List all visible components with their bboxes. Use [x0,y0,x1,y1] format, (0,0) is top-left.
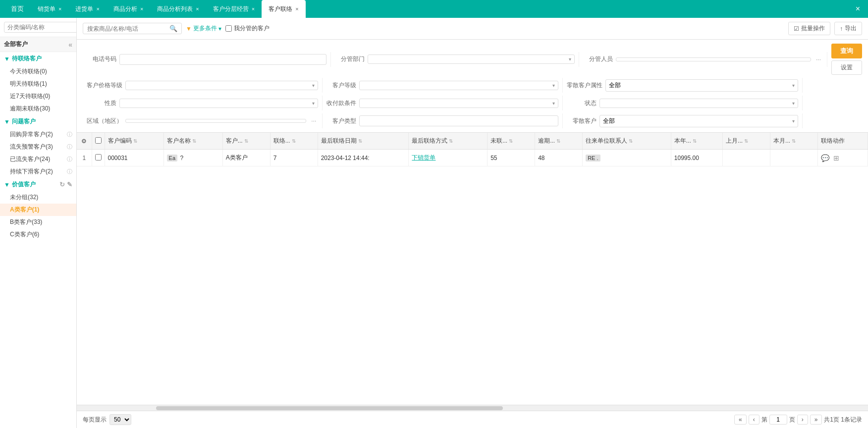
row-no-contact-cell: 55 [488,150,535,166]
nav-item-product-analysis[interactable]: 商品分析 × [107,0,150,18]
sidebar-item-week-pending[interactable]: 近7天待联络(0) [0,90,76,103]
sidebar-group-pending[interactable]: ▼ 待联络客户 [0,52,76,65]
scrollbar-thumb[interactable] [156,406,503,410]
chat-icon[interactable]: 💬 [821,154,829,162]
prev-page-btn[interactable]: ‹ [749,415,760,425]
sidebar-item-b-class[interactable]: B类客户(33) [0,216,76,228]
filter-search-input[interactable] [87,25,169,32]
close-customer-segment-tab[interactable]: × [252,6,255,12]
select-all-checkbox[interactable] [95,137,102,144]
no-contact-days-value: 55 [490,155,497,161]
phone-label: 电话号码 [87,55,116,63]
nav-item-sale[interactable]: 销货单 × [31,0,68,18]
phone-input[interactable] [119,54,326,65]
export-btn[interactable]: ↑ 导出 [834,22,862,35]
status-label: 状态 [567,99,597,107]
query-button[interactable]: 查询 [831,44,862,58]
person-dots-btn[interactable]: ··· [814,56,823,63]
last-method-sort-icon[interactable]: ⇅ [449,138,453,144]
value-group-edit-icon[interactable]: ✎ [67,181,72,188]
th-this-month-label: 本月... [773,137,790,145]
region-dots-btn[interactable]: ··· [309,117,318,124]
th-no-contact: 未联... ⇅ [488,133,535,150]
sidebar-item-unclassified[interactable]: 未分组(32) [0,191,76,204]
contact-count-sort-icon[interactable]: ⇅ [292,138,296,144]
my-customers-checkbox[interactable]: 我分管的客户 [225,24,270,33]
contact-person-sort-icon[interactable]: ⇅ [629,138,633,144]
sidebar-item-churned[interactable]: 已流失客户(24) ⓘ [0,153,76,165]
sidebar-group-problem[interactable]: ▼ 问题客户 [0,115,76,128]
no-contact-sort-icon[interactable]: ⇅ [509,138,513,144]
this-year-sort-icon[interactable]: ⇅ [693,138,697,144]
filter-cell-region: 区域（地区） ··· [83,113,323,128]
name-sort-icon[interactable]: ⇅ [192,138,196,144]
sidebar-item-c-class[interactable]: C类客户(6) [0,228,76,241]
sidebar-item-repurchase-abnormal[interactable]: 回购异常客户(2) ⓘ [0,128,76,141]
region-select[interactable] [125,119,306,123]
last-date-sort-icon[interactable]: ⇅ [358,138,362,144]
customer-level-select[interactable]: ▾ [359,81,558,90]
row-name-cell: Ea ? [163,150,222,166]
filter-cell-phone: 电话号码 [83,52,331,67]
nav-item-purchase[interactable]: 进货单 × [68,0,106,18]
close-product-analysis-list-tab[interactable]: × [196,6,199,12]
next-page-btn[interactable]: › [797,415,808,425]
type-sort-icon[interactable]: ⇅ [244,138,248,144]
sidebar-group-value[interactable]: ▼ 价值客户 ↻ ✎ [0,178,76,191]
person-select[interactable] [616,57,811,61]
last-month-sort-icon[interactable]: ⇅ [744,138,748,144]
price-level-select[interactable]: ▾ [125,81,318,90]
dept-select[interactable]: ▾ [368,54,575,64]
nav-item-home[interactable]: 首页 [4,0,31,18]
settings-button[interactable]: 设置 [831,60,862,75]
more-filters-btn[interactable]: ▼ 更多条件 ▾ [186,24,221,33]
nature-select[interactable]: ▾ [119,99,318,108]
sidebar-search-input[interactable] [4,22,77,33]
overdue-sort-icon[interactable]: ⇅ [556,138,560,144]
current-page-input[interactable] [769,415,787,425]
th-last-month-label: 上月... [726,137,743,145]
my-customers-checkbox-input[interactable] [225,25,232,32]
sidebar-item-declining[interactable]: 持续下滑客户(2) ⓘ [0,165,76,178]
nav-item-customer-contact[interactable]: 客户联络 × [262,0,305,18]
close-all-tabs[interactable]: × [852,4,864,13]
close-sale-tab[interactable]: × [58,6,61,12]
sidebar-item-tomorrow-pending[interactable]: 明天待联络(1) [0,78,76,90]
page-size-select[interactable]: 50 [109,414,131,425]
filter-icon: ▼ [186,25,192,32]
payment-arrow: ▾ [552,101,555,106]
sidebar-item-overdue-pending[interactable]: 逾期未联络(30) [0,103,76,115]
close-purchase-tab[interactable]: × [96,6,99,12]
batch-operation-btn[interactable]: ☑ 批量操作 [788,22,830,35]
last-page-btn[interactable]: » [810,415,822,425]
status-select[interactable]: ▾ [599,99,798,108]
value-group-refresh-icon[interactable]: ↻ [59,181,65,188]
code-sort-icon[interactable]: ⇅ [133,138,137,144]
first-page-btn[interactable]: « [734,415,747,425]
row-checkbox[interactable] [95,154,102,160]
filter-search-icon[interactable]: 🔍 [169,25,177,32]
payment-select[interactable]: ▾ [359,99,558,108]
sidebar-item-churn-warning[interactable]: 流失预警客户(3) ⓘ [0,141,76,153]
sidebar-all-customers[interactable]: 全部客户 « [0,37,76,52]
customer-type-input[interactable] [359,115,558,126]
nav-item-customer-segment[interactable]: 客户分层经营 × [206,0,262,18]
region-label: 区域（地区） [87,117,122,125]
sidebar-item-today-pending[interactable]: 今天待联络(0) [0,65,76,78]
nav-item-product-analysis-list[interactable]: 商品分析列表 × [150,0,206,18]
last-contact-method-link[interactable]: 下销货单 [412,154,435,161]
sidebar-item-a-class[interactable]: A类客户(1) [0,204,76,216]
close-customer-contact-tab[interactable]: × [295,6,298,12]
sidebar-collapse-btn[interactable]: « [68,41,72,49]
th-overdue-label: 逾期... [538,137,555,145]
close-product-analysis-tab[interactable]: × [140,6,143,12]
status-arrow: ▾ [792,101,795,106]
row-num-cell: 1 [77,150,92,166]
horizontal-scrollbar[interactable] [77,405,868,411]
this-month-sort-icon[interactable]: ⇅ [792,138,796,144]
retail-customer-select[interactable]: 全部 ▾ [599,115,798,127]
gear-icon[interactable]: ⚙ [81,138,87,145]
retail-attr-select[interactable]: 全部 ▾ [605,79,798,92]
table-header-row: ⚙ 客户编码 ⇅ 客户名称 [77,133,868,150]
grid-icon[interactable]: ⊞ [833,154,839,162]
